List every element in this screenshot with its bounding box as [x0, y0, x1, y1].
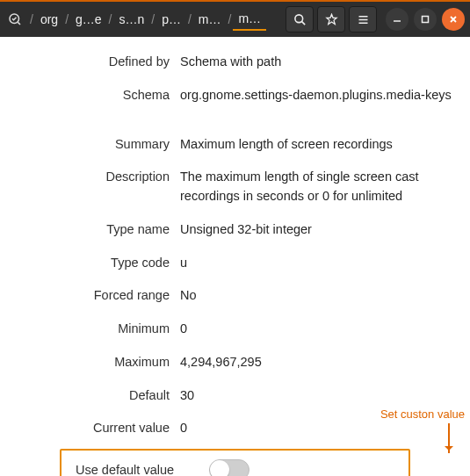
row-type-name: Type name Unsigned 32-bit integer: [0, 213, 470, 247]
breadcrumb: / org / g…e / s…n / p… / m… / m…: [28, 8, 282, 31]
crumb-4[interactable]: m…: [193, 9, 227, 30]
use-default-switch[interactable]: [209, 459, 249, 476]
value-defined-by: Schema with path: [180, 53, 470, 72]
row-type-code: Type code u: [0, 247, 470, 280]
headerbar: / org / g…e / s…n / p… / m… / m…: [0, 0, 470, 37]
path-sep: /: [28, 12, 35, 26]
label-summary: Summary: [0, 135, 180, 155]
row-maximum: Maximum 4,294,967,295: [0, 346, 470, 379]
app-icon: [5, 10, 25, 29]
label-schema: Schema: [0, 86, 180, 105]
row-schema: Schema org.gnome.settings-daemon.plugins…: [0, 79, 470, 112]
label-use-default: Use default value: [69, 463, 209, 476]
row-defined-by: Defined by Schema with path: [0, 46, 470, 79]
label-defined-by: Defined by: [0, 53, 180, 72]
minimize-button[interactable]: [386, 8, 409, 31]
switch-knob: [210, 460, 229, 476]
value-current-value: 0: [180, 419, 470, 438]
path-sep: /: [149, 12, 156, 26]
svg-point-1: [294, 14, 302, 22]
value-default: 30: [180, 386, 470, 406]
row-summary: Summary Maximum length of screen recordi…: [0, 128, 470, 162]
crumb-3[interactable]: p…: [156, 9, 186, 30]
label-type-code: Type code: [0, 254, 180, 273]
label-default: Default: [0, 386, 180, 406]
row-minimum: Minimum 0: [0, 313, 470, 346]
annotation-label: Set custon value: [380, 407, 465, 421]
label-current-value: Current value: [0, 419, 180, 438]
row-use-default: Use default value: [60, 449, 410, 476]
window-buttons: [386, 8, 465, 31]
row-description: Description The maximum length of single…: [0, 161, 470, 213]
value-minimum: 0: [180, 320, 470, 339]
row-forced-range: Forced range No: [0, 279, 470, 313]
label-maximum: Maximum: [0, 353, 180, 372]
value-description: The maximum length of single screen cast…: [180, 168, 470, 206]
path-sep: /: [227, 12, 234, 26]
label-type-name: Type name: [0, 220, 180, 240]
search-button[interactable]: [286, 6, 314, 32]
value-maximum: 4,294,967,295: [180, 353, 470, 372]
value-schema: org.gnome.settings-daemon.plugins.media-…: [180, 86, 470, 105]
value-type-code: u: [180, 254, 470, 273]
crumb-1[interactable]: g…e: [70, 9, 107, 30]
value-forced-range: No: [180, 286, 470, 306]
path-sep: /: [186, 12, 193, 26]
crumb-5[interactable]: m…: [233, 8, 266, 31]
value-summary: Maximum length of screen recordings: [180, 135, 470, 155]
label-description: Description: [0, 168, 180, 206]
close-button[interactable]: [442, 8, 465, 31]
svg-rect-2: [423, 17, 429, 23]
crumb-0[interactable]: org: [35, 9, 63, 30]
path-sep: /: [63, 12, 70, 26]
menu-button[interactable]: [349, 6, 377, 32]
bookmark-button[interactable]: [317, 6, 345, 32]
crumb-2[interactable]: s…n: [113, 9, 149, 30]
label-minimum: Minimum: [0, 320, 180, 339]
path-sep: /: [107, 12, 114, 26]
label-forced-range: Forced range: [0, 286, 180, 306]
annotation-arrow-icon: [448, 423, 450, 453]
maximize-button[interactable]: [414, 8, 437, 31]
value-type-name: Unsigned 32-bit integer: [180, 220, 470, 240]
